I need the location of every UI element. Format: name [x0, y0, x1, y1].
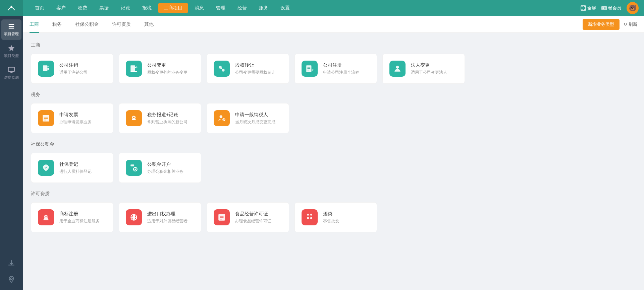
- tab-bar: 工商税务社保公积金许可资质其他 新增业务类型 ↻ 刷新: [23, 16, 644, 33]
- card-公积金开户[interactable]: 公积金开户办理公积金相关业务: [119, 153, 201, 183]
- sidebar-item-progress-monitor[interactable]: 进度监测: [1, 63, 21, 83]
- card-title: 社保登记: [59, 161, 92, 167]
- company-cancel-icon: [38, 61, 54, 77]
- svg-rect-40: [218, 214, 225, 221]
- section-title: 社保公积金: [31, 141, 636, 147]
- section-税务: 税务申请发票办理申请发票业务税务报道+记账拿到营业执照的新公司申请一般纳税人当月…: [31, 92, 636, 133]
- nav-item-首页[interactable]: 首页: [30, 3, 50, 13]
- svg-rect-18: [130, 65, 135, 71]
- card-进出口权办理[interactable]: 进出口权办理适用于对外贸易经营者: [119, 202, 201, 232]
- card-desc: 申请公司注册全流程: [323, 70, 359, 75]
- housing-fund-icon: [126, 160, 142, 176]
- card-info: 社保登记进行人员社保登记: [59, 161, 92, 174]
- fullscreen-label: 全屏: [587, 5, 596, 11]
- tab-其他[interactable]: 其他: [144, 16, 154, 33]
- card-title: 商标注册: [59, 211, 100, 217]
- card-股权转让[interactable]: 股权转让公司变更需要股权转让: [207, 54, 289, 84]
- card-info: 食品经营许可证办理食品经营许可证: [235, 211, 271, 224]
- svg-rect-45: [310, 214, 312, 215]
- section-title: 工商: [31, 42, 636, 48]
- svg-rect-46: [307, 217, 309, 219]
- card-title: 税务报道+记账: [147, 112, 187, 118]
- cards-grid: 公司注销适用于注销公司公司变更股权变更外的业务变更股权转让公司变更需要股权转让公…: [31, 54, 636, 84]
- nav-item-客户[interactable]: 客户: [51, 3, 71, 13]
- nav-item-服务[interactable]: 服务: [254, 3, 274, 13]
- card-申请发票[interactable]: 申请发票办理申请发票业务: [31, 103, 113, 133]
- card-desc: 股权变更外的业务变更: [147, 70, 187, 75]
- svg-rect-34: [130, 164, 134, 166]
- tab-税务[interactable]: 税务: [52, 16, 62, 33]
- card-申请一般纳税人[interactable]: 申请一般纳税人当月或次月成变更完成: [207, 103, 289, 133]
- svg-point-32: [220, 115, 223, 118]
- svg-rect-6: [9, 24, 14, 25]
- card-info: 税务报道+记账拿到营业执照的新公司: [147, 112, 187, 125]
- svg-rect-14: [43, 65, 47, 71]
- card-title: 公司注册: [323, 62, 359, 68]
- alcohol-icon: [302, 209, 318, 225]
- card-酒类[interactable]: 酒类零售批发: [294, 202, 377, 232]
- nav-item-消息[interactable]: 消息: [189, 3, 209, 13]
- card-商标注册[interactable]: TM商标注册用于企业商标注册服务: [31, 202, 113, 232]
- fullscreen-button[interactable]: 全屏: [581, 5, 596, 11]
- social-insurance-icon: [38, 160, 54, 176]
- card-法人变更[interactable]: 法人变更适用于公司变更法人: [382, 54, 465, 84]
- card-title: 公司注销: [59, 62, 88, 68]
- card-公司注销[interactable]: 公司注销适用于注销公司: [31, 54, 113, 84]
- card-公司注册[interactable]: 公司注册申请公司注册全流程: [294, 54, 377, 84]
- member-label: 畅会员: [608, 5, 621, 11]
- card-info: 商标注册用于企业商标注册服务: [59, 211, 100, 224]
- refresh-label: 刷新: [629, 21, 637, 27]
- nav-item-报税[interactable]: 报税: [137, 3, 157, 13]
- refresh-button[interactable]: ↻ 刷新: [624, 21, 637, 27]
- card-title: 进出口权办理: [147, 211, 187, 217]
- nav-item-设置[interactable]: 设置: [275, 3, 295, 13]
- card-title: 酒类: [323, 211, 339, 217]
- member-button[interactable]: 畅会员: [601, 5, 621, 11]
- tab-许可资质[interactable]: 许可资质: [112, 16, 131, 33]
- main-layout: 项目管理 项目类型 进度监测: [0, 16, 644, 290]
- card-食品经营许可证[interactable]: 食品经营许可证办理食品经营许可证: [207, 202, 289, 232]
- tab-社保公积金[interactable]: 社保公积金: [75, 16, 99, 33]
- card-desc: 当月或次月成变更完成: [235, 119, 275, 125]
- svg-rect-7: [9, 26, 14, 27]
- card-info: 股权转让公司变更需要股权转让: [235, 62, 275, 75]
- card-社保登记[interactable]: 社保登记进行人员社保登记: [31, 153, 113, 183]
- tab-actions: 新增业务类型 ↻ 刷新: [583, 19, 637, 30]
- tabs: 工商税务社保公积金许可资质其他: [30, 16, 583, 33]
- nav-item-票据[interactable]: 票据: [94, 3, 114, 13]
- card-title: 法人变更: [411, 62, 447, 68]
- card-公司变更[interactable]: 公司变更股权变更外的业务变更: [119, 54, 201, 84]
- nav-item-管理[interactable]: 管理: [211, 3, 231, 13]
- card-title: 申请一般纳税人: [235, 112, 275, 118]
- card-info: 申请发票办理申请发票业务: [59, 112, 92, 125]
- card-desc: 办理公积金相关业务: [147, 169, 183, 174]
- cards-grid: TM商标注册用于企业商标注册服务进出口权办理适用于对外贸易经营者食品经营许可证办…: [31, 202, 636, 232]
- svg-rect-47: [310, 217, 312, 219]
- new-type-button[interactable]: 新增业务类型: [583, 19, 620, 30]
- mascot-avatar: 🐻: [627, 2, 639, 14]
- svg-point-20: [222, 69, 225, 72]
- svg-text:TM: TM: [45, 215, 48, 218]
- card-desc: 适用于公司变更法人: [411, 70, 447, 75]
- trademark-icon: TM: [38, 209, 54, 225]
- tab-工商[interactable]: 工商: [30, 16, 39, 33]
- nav-item-经营[interactable]: 经营: [232, 3, 252, 13]
- tax-payer-icon: [214, 110, 230, 126]
- sidebar-item-project-type[interactable]: 项目类型: [1, 41, 21, 62]
- sidebar-item-project-management[interactable]: 项目管理: [1, 19, 21, 40]
- sidebar-item-label: 进度监测: [4, 75, 19, 80]
- nav-item-收费[interactable]: 收费: [72, 3, 93, 13]
- food-license-icon: [214, 209, 230, 225]
- section-title: 许可资质: [31, 191, 636, 197]
- nav-item-记账[interactable]: 记账: [115, 3, 136, 13]
- nav-item-工商项目[interactable]: 工商项目: [158, 3, 188, 13]
- sidebar-item-label: 项目管理: [4, 31, 19, 37]
- card-info: 公司注册申请公司注册全流程: [323, 62, 359, 75]
- top-navigation: 首页客户收费票据记账报税工商项目消息管理经营服务设置 全屏 畅会员 🐻: [0, 0, 644, 16]
- location-icon[interactable]: [6, 274, 17, 285]
- logo[interactable]: [0, 0, 23, 16]
- download-icon[interactable]: [6, 258, 17, 269]
- card-税务报道+记账[interactable]: 税务报道+记账拿到营业执照的新公司: [119, 103, 201, 133]
- card-info: 公司变更股权变更外的业务变更: [147, 62, 187, 75]
- invoice-icon: [38, 110, 54, 126]
